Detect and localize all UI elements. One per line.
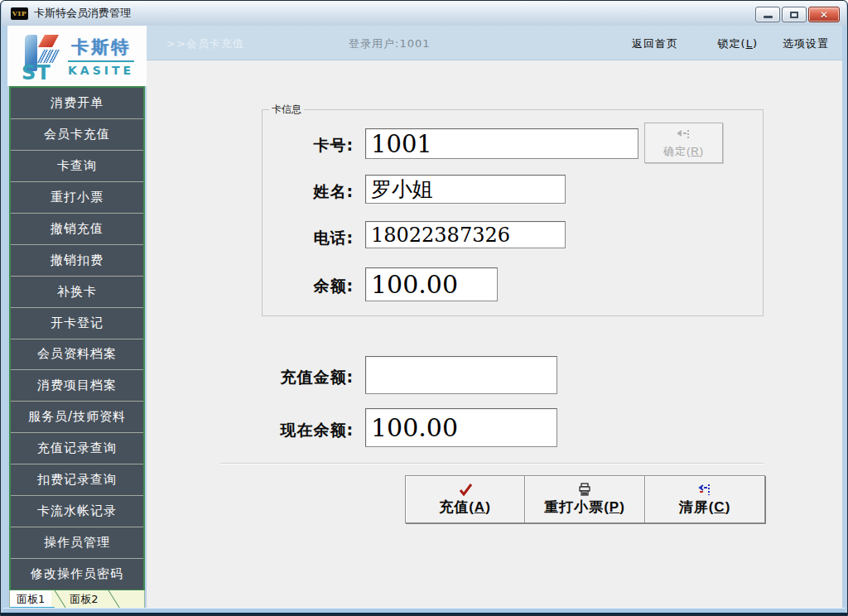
hotkey-letter: R (691, 145, 699, 157)
sidebar-item-card-registration[interactable]: 开卡登记 (11, 308, 143, 339)
label-part: ) (725, 499, 731, 515)
hotkey-letter: C (714, 499, 725, 515)
printer-icon (577, 482, 592, 497)
sidebar-item-cancel-deduction[interactable]: 撤销扣费 (11, 245, 143, 277)
label-part: ) (753, 37, 758, 50)
balance-label: 余额: (263, 276, 354, 297)
login-user-label: 登录用户:1001 (349, 36, 430, 51)
sidebar-item-reprint-receipt[interactable]: 重打小票 (11, 182, 143, 214)
logo-chinese-name: 卡斯特 (71, 36, 131, 59)
confirm-button-label: 确定(R) (663, 144, 704, 159)
sidebar-item-staff-info[interactable]: 服务员/技师资料 (11, 402, 143, 433)
label-part: 锁定( (718, 37, 746, 50)
label-part: 清屏( (679, 499, 715, 515)
phone-input[interactable] (365, 221, 566, 248)
now-balance-label: 现在余额: (254, 420, 354, 441)
enter-arrow-icon (677, 128, 691, 142)
sidebar-item-deduction-records[interactable]: 扣费记录查询 (11, 464, 143, 496)
label-part: 确定( (663, 145, 691, 157)
sidebar-item-member-card-recharge[interactable]: 会员卡充值 (11, 119, 143, 151)
logo-red-shape (38, 35, 59, 47)
lock-link[interactable]: 锁定(L) (718, 36, 758, 51)
close-button[interactable]: ✕ (808, 7, 840, 22)
main-panel: 卡信息 卡号: 确定(R) 姓名: 电话: 余额: 充值金额: 现在余额: 充 (147, 60, 842, 609)
checkmark-icon (458, 482, 473, 497)
sidebar-item-member-profiles[interactable]: 会员资料档案 (11, 339, 143, 371)
vip-app-icon: VIP (11, 7, 28, 20)
maximize-icon (790, 12, 798, 18)
clear-arrow-icon (697, 482, 712, 497)
phone-label: 电话: (263, 228, 354, 249)
sidebar-item-consumption-billing[interactable]: 消费开单 (11, 88, 143, 119)
label-part: ) (485, 499, 491, 515)
maximize-button[interactable] (782, 7, 807, 22)
window-bottom-edge (1, 613, 847, 615)
recharge-button[interactable]: 充值(A) (405, 475, 525, 523)
logo-mark-icon: ST (20, 33, 63, 79)
hotkey-letter: L (746, 37, 753, 50)
now-balance-input[interactable] (365, 408, 557, 447)
card-no-input[interactable] (365, 128, 638, 159)
balance-input[interactable] (365, 267, 498, 301)
sidebar-item-recharge-records[interactable]: 充值记录查询 (11, 433, 143, 464)
clear-button-label: 清屏(C) (679, 498, 731, 517)
divider-line (220, 463, 764, 464)
sidebar-menu: 消费开单 会员卡充值 卡查询 重打小票 撤销充值 撤销扣费 补换卡 开卡登记 会… (9, 86, 145, 590)
recharge-amount-label: 充值金额: (254, 367, 354, 388)
confirm-button[interactable]: 确定(R) (644, 123, 723, 163)
minimize-icon (764, 16, 773, 18)
recharge-amount-input[interactable] (365, 356, 557, 394)
options-link[interactable]: 选项设置 (783, 36, 829, 51)
top-bar: >>会员卡充值 登录用户:1001 返回首页 锁定(L) 选项设置 (147, 26, 842, 60)
card-info-legend: 卡信息 (269, 103, 304, 117)
name-input[interactable] (365, 175, 566, 204)
label-part: 充值( (439, 499, 475, 515)
sidebar-item-replace-card[interactable]: 补换卡 (11, 277, 143, 308)
sidebar-item-card-transactions[interactable]: 卡流水帐记录 (11, 496, 143, 527)
app-window: VIP 卡斯特会员消费管理 ✕ ST 卡斯特 KASITE 消费开单 会员卡充值… (0, 0, 848, 616)
clear-screen-button[interactable]: 清屏(C) (645, 475, 765, 523)
brand-logo: ST 卡斯特 KASITE (7, 26, 147, 86)
window-title: 卡斯特会员消费管理 (34, 6, 131, 21)
reprint-button-label: 重打小票(P) (544, 498, 625, 517)
sidebar-item-card-query[interactable]: 卡查询 (11, 151, 143, 182)
logo-english-name: KASITE (68, 60, 134, 77)
close-icon: ✕ (820, 9, 828, 21)
logo-text: 卡斯特 KASITE (68, 36, 134, 77)
recharge-button-label: 充值(A) (439, 498, 491, 517)
hotkey-letter: P (610, 499, 619, 515)
label-part: 重打小票( (544, 499, 610, 515)
label-part: ) (700, 145, 704, 157)
card-no-label: 卡号: (263, 135, 354, 156)
home-link[interactable]: 返回首页 (632, 36, 678, 51)
window-controls: ✕ (755, 7, 840, 22)
title-bar: VIP 卡斯特会员消费管理 ✕ (2, 1, 846, 26)
logo-st-text: ST (22, 61, 51, 84)
reprint-receipt-button[interactable]: 重打小票(P) (525, 475, 645, 523)
name-label: 姓名: (263, 181, 354, 203)
hotkey-letter: A (475, 499, 485, 515)
label-part: ) (619, 499, 625, 515)
sidebar-item-operator-management[interactable]: 操作员管理 (11, 527, 143, 559)
sidebar-item-consumption-items[interactable]: 消费项目档案 (11, 370, 143, 402)
action-button-row: 充值(A) 重打小票(P) 清屏(C) (405, 475, 765, 523)
minimize-button[interactable] (755, 7, 780, 22)
breadcrumb: >>会员卡充值 (166, 36, 244, 51)
sidebar-item-change-operator-password[interactable]: 修改操作员密码 (11, 559, 143, 590)
sidebar-item-cancel-recharge[interactable]: 撤销充值 (11, 214, 143, 245)
